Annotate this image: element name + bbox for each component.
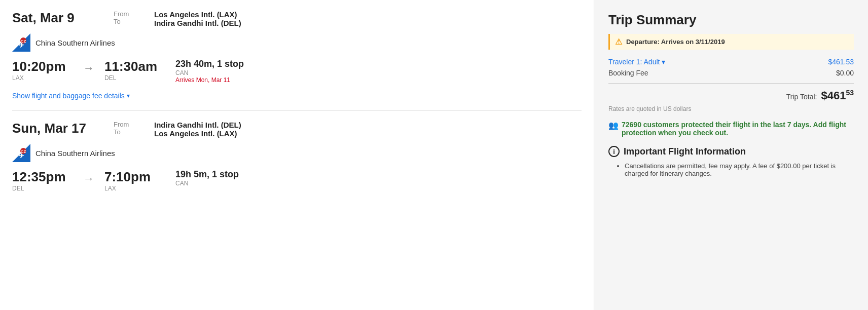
info-text: Cancellations are permitted, fee may app… xyxy=(608,162,854,177)
outbound-date: Sat, Mar 9 xyxy=(12,10,114,26)
outbound-arrives-note: Arrives Mon, Mar 11 xyxy=(175,76,244,84)
flight-section-outbound: Sat, Mar 9 From To Los Angeles Intl. (LA… xyxy=(12,10,582,110)
route-block-outbound: Los Angeles Intl. (LAX) Indira Gandhi In… xyxy=(154,10,241,27)
duration-block-outbound: 23h 40m, 1 stop CAN Arrives Mon, Mar 11 xyxy=(175,59,244,84)
return-to-airport: Los Angeles Intl. (LAX) xyxy=(154,129,241,138)
flight-header-outbound: Sat, Mar 9 From To Los Angeles Intl. (LA… xyxy=(12,10,582,27)
trip-total-cents: 53 xyxy=(846,89,854,97)
depart-block-return: 12:35pm DEL xyxy=(12,169,73,192)
important-info-title: i Important Flight Information xyxy=(608,146,854,157)
outbound-depart-code: LAX xyxy=(12,74,73,82)
return-depart-time: 12:35pm xyxy=(12,169,73,185)
outbound-arrive-time: 11:30am xyxy=(104,59,165,74)
flight-section-return: Sun, Mar 17 From To Indira Gandhi Intl. … xyxy=(12,121,582,206)
departure-notice: ⚠ Departure: Arrives on 3/11/2019 xyxy=(608,34,854,50)
airline-name-outbound: China Southern Airlines xyxy=(35,38,115,47)
to-label-outbound: To xyxy=(114,18,144,25)
booking-fee-price: $0.00 xyxy=(836,69,854,77)
left-panel: Sat, Mar 9 From To Los Angeles Intl. (LA… xyxy=(0,0,594,310)
rates-note: Rates are quoted in US dollars xyxy=(608,105,854,112)
trip-total-label: Trip Total: xyxy=(786,93,817,101)
important-info: i Important Flight Information Cancellat… xyxy=(608,146,854,177)
outbound-stop-code: CAN xyxy=(175,69,244,76)
right-panel: Trip Summary ⚠ Departure: Arrives on 3/1… xyxy=(594,0,868,310)
airline-row-outbound: ✈ CZ China Southern Airlines xyxy=(12,33,582,52)
trip-total-dollars: $461 xyxy=(821,89,846,102)
from-to-labels-return: From To xyxy=(114,121,144,136)
return-duration: 19h 5m, 1 stop xyxy=(175,169,239,180)
traveler-label: Traveler 1: Adult xyxy=(608,58,660,66)
traveler-row: Traveler 1: Adult ▾ $461.53 xyxy=(608,58,854,66)
flight-times-outbound: 10:20pm LAX → 11:30am DEL 23h 40m, 1 sto… xyxy=(12,59,582,84)
warning-icon: ⚠ xyxy=(615,37,622,47)
outbound-depart-time: 10:20pm xyxy=(12,59,73,74)
important-text-item: Cancellations are permitted, fee may app… xyxy=(625,162,854,177)
outbound-to-airport: Indira Gandhi Intl. (DEL) xyxy=(154,19,241,27)
return-depart-code: DEL xyxy=(12,185,73,192)
people-icon: 👥 xyxy=(608,121,619,130)
protection-text: 72690 customers protected their flight i… xyxy=(622,121,854,137)
return-arrive-time: 7:10pm xyxy=(104,169,165,185)
return-date: Sun, Mar 17 xyxy=(12,121,114,136)
return-stop-code: CAN xyxy=(175,180,239,187)
booking-fee-label: Booking Fee xyxy=(608,69,648,77)
depart-block-outbound: 10:20pm LAX xyxy=(12,59,73,82)
departure-notice-text: Departure: Arrives on 3/11/2019 xyxy=(626,38,725,46)
airline-row-return: ✈ CZ China Southern Airlines xyxy=(12,144,582,162)
route-block-return: Indira Gandhi Intl. (DEL) Los Angeles In… xyxy=(154,121,241,138)
airline-logo-outbound: ✈ CZ xyxy=(12,33,30,52)
trip-summary-title: Trip Summary xyxy=(608,12,854,28)
show-details-text-outbound: Show flight and baggage fee details xyxy=(12,92,125,100)
chevron-down-icon-outbound: ▾ xyxy=(127,92,130,99)
traveler-link[interactable]: Traveler 1: Adult ▾ xyxy=(608,58,665,66)
outbound-from-airport: Los Angeles Intl. (LAX) xyxy=(154,10,241,19)
arrive-block-outbound: 11:30am DEL xyxy=(104,59,165,82)
show-details-link-outbound[interactable]: Show flight and baggage fee details ▾ xyxy=(12,92,130,100)
airline-logo-return: ✈ CZ xyxy=(12,144,30,162)
outbound-duration: 23h 40m, 1 stop xyxy=(175,59,244,69)
flight-times-return: 12:35pm DEL → 7:10pm LAX 19h 5m, 1 stop … xyxy=(12,169,582,192)
airline-name-return: China Southern Airlines xyxy=(35,149,115,158)
svg-text:CZ: CZ xyxy=(21,39,26,44)
traveler-price: $461.53 xyxy=(828,58,854,66)
booking-fee-row: Booking Fee $0.00 xyxy=(608,69,854,77)
arrow-icon-outbound: → xyxy=(83,62,94,75)
to-label-return: To xyxy=(114,128,144,136)
divider xyxy=(608,83,854,84)
outbound-arrive-code: DEL xyxy=(104,74,165,82)
return-from-airport: Indira Gandhi Intl. (DEL) xyxy=(154,121,241,129)
important-title-text: Important Flight Information xyxy=(624,146,746,157)
arrive-block-return: 7:10pm LAX xyxy=(104,169,165,192)
from-label-outbound: From xyxy=(114,10,144,18)
duration-block-return: 19h 5m, 1 stop CAN xyxy=(175,169,239,187)
return-arrive-code: LAX xyxy=(104,185,165,192)
protection-notice: 👥 72690 customers protected their flight… xyxy=(608,121,854,137)
svg-text:CZ: CZ xyxy=(21,149,26,154)
flight-header-return: Sun, Mar 17 From To Indira Gandhi Intl. … xyxy=(12,121,582,138)
trip-total-row: Trip Total: $46153 xyxy=(608,89,854,102)
trip-total-price: $46153 xyxy=(821,89,854,102)
from-label-return: From xyxy=(114,121,144,128)
from-to-labels-outbound: From To xyxy=(114,10,144,25)
info-circle-icon: i xyxy=(608,146,620,157)
arrow-icon-return: → xyxy=(83,172,94,185)
